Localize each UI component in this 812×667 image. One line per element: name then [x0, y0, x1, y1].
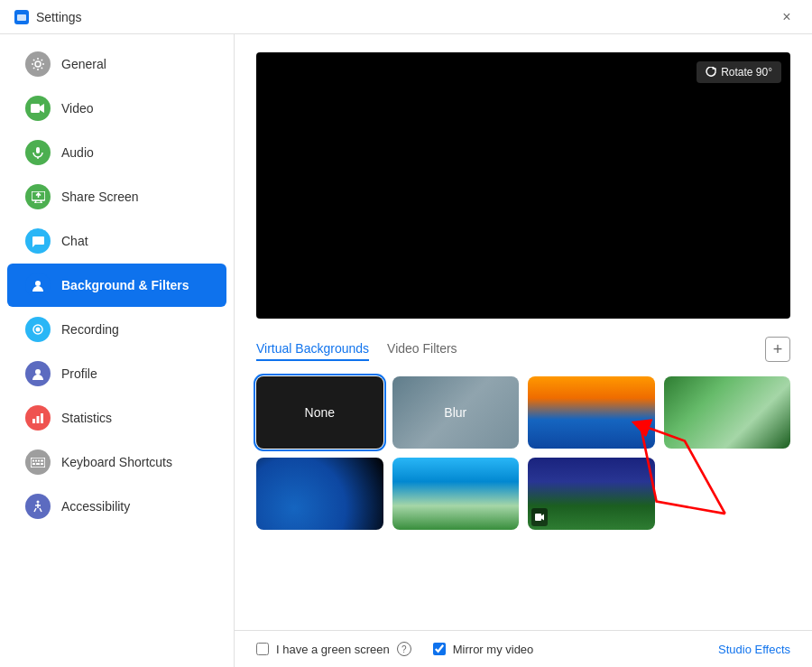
- svg-point-9: [36, 328, 41, 332]
- main-content: General Video Audio: [0, 34, 812, 667]
- none-label: None: [305, 405, 335, 420]
- tab-virtual-backgrounds[interactable]: Virtual Backgrounds: [256, 338, 369, 361]
- tabs-row: Virtual Backgrounds Video Filters +: [256, 337, 790, 362]
- rotate-button[interactable]: Rotate 90°: [697, 61, 781, 83]
- background-none[interactable]: None: [256, 376, 383, 449]
- help-icon[interactable]: ?: [397, 642, 411, 656]
- svg-rect-12: [37, 416, 40, 423]
- background-grid: None Blur: [256, 376, 790, 530]
- video-preview: Rotate 90°: [256, 52, 790, 319]
- background-grass[interactable]: [664, 376, 791, 449]
- sidebar-item-accessibility[interactable]: Accessibility: [7, 485, 226, 528]
- svg-rect-17: [38, 459, 40, 461]
- video-icon: [25, 96, 51, 121]
- keyboard-icon: [25, 449, 51, 475]
- background-aurora[interactable]: [528, 458, 655, 530]
- tab-video-filters[interactable]: Video Filters: [387, 338, 457, 361]
- green-screen-group: I have a green screen ?: [256, 642, 411, 656]
- sidebar-item-video[interactable]: Video: [7, 87, 226, 130]
- tabs-left: Virtual Backgrounds Video Filters: [256, 338, 457, 361]
- background-icon: [25, 273, 51, 298]
- mirror-video-group: Mirror my video: [433, 643, 534, 656]
- green-screen-checkbox[interactable]: [256, 643, 269, 655]
- sidebar-label-statistics: Statistics: [61, 411, 112, 425]
- sidebar-item-general[interactable]: General: [7, 42, 226, 86]
- svg-rect-14: [31, 458, 45, 468]
- svg-point-10: [35, 369, 41, 375]
- svg-rect-11: [32, 419, 35, 423]
- background-grid-wrapper: None Blur: [256, 376, 790, 530]
- sidebar-label-chat: Chat: [61, 234, 88, 248]
- sidebar-item-audio[interactable]: Audio: [7, 131, 226, 174]
- sidebar-label-audio: Audio: [61, 145, 94, 160]
- svg-rect-4: [36, 147, 40, 153]
- app-icon: [14, 10, 29, 24]
- sidebar-item-background[interactable]: Background & Filters: [7, 264, 226, 307]
- blur-label: Blur: [444, 405, 466, 420]
- audio-icon: [25, 140, 51, 165]
- sidebar-item-profile[interactable]: Profile: [7, 352, 226, 395]
- svg-rect-1: [17, 14, 26, 21]
- content-area: Rotate 90° Virtual Backgrounds Video Fil…: [235, 34, 812, 630]
- background-blur[interactable]: Blur: [392, 376, 520, 449]
- svg-rect-18: [41, 459, 43, 461]
- video-badge-icon: [535, 513, 544, 522]
- footer: I have a green screen ? Mirror my video …: [235, 630, 812, 667]
- sidebar-label-video: Video: [61, 101, 94, 116]
- mirror-video-checkbox[interactable]: [433, 643, 446, 655]
- svg-rect-13: [41, 413, 43, 423]
- close-button[interactable]: ×: [776, 6, 798, 28]
- svg-rect-23: [535, 514, 541, 521]
- sidebar-item-share-screen[interactable]: Share Screen: [7, 175, 226, 218]
- accessibility-icon: [25, 494, 51, 519]
- sidebar-label-profile: Profile: [61, 366, 97, 381]
- recording-icon: [25, 317, 51, 342]
- sidebar-label-general: General: [61, 57, 106, 71]
- window-title: Settings: [36, 10, 82, 24]
- sidebar-label-keyboard: Keyboard Shortcuts: [61, 455, 172, 469]
- svg-point-22: [37, 501, 40, 504]
- sidebar-item-chat[interactable]: Chat: [7, 219, 226, 263]
- svg-rect-21: [41, 463, 43, 465]
- sidebar-item-keyboard[interactable]: Keyboard Shortcuts: [7, 440, 226, 484]
- statistics-icon: [25, 405, 51, 431]
- share-screen-icon: [25, 184, 51, 209]
- sidebar-label-background: Background & Filters: [61, 278, 189, 292]
- svg-rect-15: [32, 459, 34, 461]
- sidebar-item-recording[interactable]: Recording: [7, 308, 226, 351]
- add-background-button[interactable]: +: [765, 337, 790, 362]
- svg-rect-3: [31, 104, 40, 113]
- profile-icon: [25, 361, 51, 386]
- sidebar-label-accessibility: Accessibility: [61, 499, 130, 514]
- title-bar: Settings ×: [0, 0, 812, 34]
- sidebar-item-statistics[interactable]: Statistics: [7, 396, 226, 440]
- studio-effects-link[interactable]: Studio Effects: [718, 643, 790, 656]
- rotate-label: Rotate 90°: [721, 66, 772, 79]
- svg-point-7: [35, 281, 41, 286]
- chat-icon: [25, 228, 51, 254]
- background-earth[interactable]: [256, 458, 383, 530]
- sidebar-label-recording: Recording: [61, 322, 119, 337]
- general-icon: [25, 51, 51, 77]
- green-screen-label[interactable]: I have a green screen: [276, 643, 390, 656]
- background-palm[interactable]: [392, 458, 520, 530]
- svg-point-2: [35, 61, 41, 67]
- svg-rect-19: [32, 463, 35, 465]
- mirror-video-label[interactable]: Mirror my video: [453, 643, 534, 656]
- sidebar-label-share: Share Screen: [61, 190, 139, 204]
- sidebar: General Video Audio: [0, 34, 235, 667]
- svg-rect-20: [36, 463, 40, 465]
- background-bridge[interactable]: [528, 376, 655, 449]
- svg-rect-16: [35, 459, 37, 461]
- title-bar-left: Settings: [14, 10, 82, 24]
